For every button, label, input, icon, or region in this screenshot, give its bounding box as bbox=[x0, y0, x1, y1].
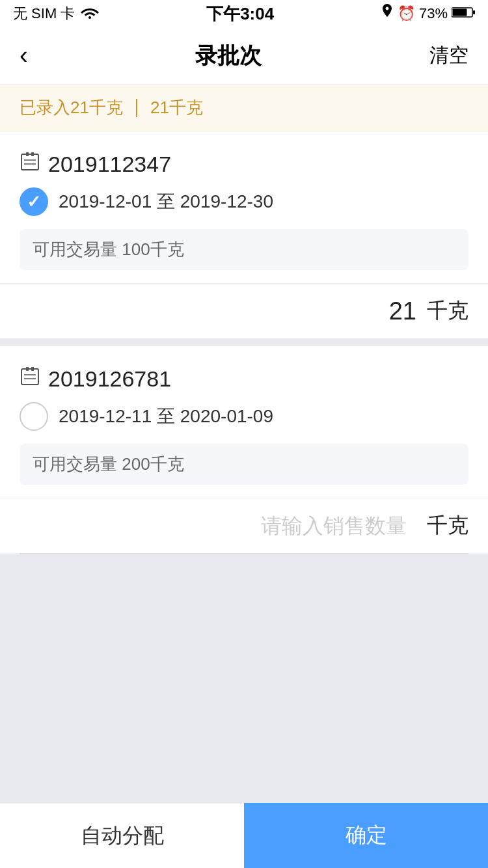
clear-button[interactable]: 清空 bbox=[429, 42, 468, 69]
svg-rect-1 bbox=[453, 9, 467, 16]
recorded-value: 21千克 bbox=[150, 96, 203, 119]
batch1-icon bbox=[20, 151, 40, 177]
confirm-button[interactable]: 确定 bbox=[244, 803, 488, 868]
batch1-quantity-unit: 千克 bbox=[427, 297, 468, 325]
batch-card-2: 2019126781 2019-12-11 至 2020-01-09 可用交易量… bbox=[0, 346, 488, 498]
batch1-date: 2019-12-01 至 2019-12-30 bbox=[59, 189, 273, 214]
batch-card-1: 2019112347 2019-12-01 至 2019-12-30 可用交易量… bbox=[0, 131, 488, 283]
status-left: 无 SIM 卡 bbox=[13, 4, 100, 23]
bottom-bar: 自动分配 确定 bbox=[0, 803, 488, 868]
batch2-header: 2019126781 bbox=[20, 366, 468, 392]
battery-text: 73% bbox=[419, 5, 448, 22]
batch1-id: 2019112347 bbox=[48, 152, 171, 177]
svg-rect-9 bbox=[26, 367, 29, 371]
batch1-quantity-value: 21 bbox=[377, 297, 416, 325]
status-bar: 无 SIM 卡 下午3:04 ⏰ 73% bbox=[0, 0, 488, 27]
batch2-input-unit: 千克 bbox=[427, 511, 468, 540]
nav-bar: ‹ 录批次 清空 bbox=[0, 27, 488, 85]
auto-distribute-button[interactable]: 自动分配 bbox=[0, 803, 244, 868]
battery-icon bbox=[452, 5, 475, 22]
signal-text: 无 SIM 卡 bbox=[13, 4, 75, 23]
svg-rect-8 bbox=[21, 369, 38, 385]
page-title: 录批次 bbox=[195, 41, 262, 71]
svg-rect-10 bbox=[31, 367, 34, 371]
info-bar: 已录入21千克 21千克 bbox=[0, 85, 488, 131]
batch1-radio[interactable] bbox=[20, 187, 48, 216]
batch2-input-row: 千克 bbox=[0, 498, 488, 553]
svg-rect-2 bbox=[473, 10, 475, 14]
wifi-icon bbox=[80, 5, 100, 23]
batch2-radio[interactable] bbox=[20, 402, 48, 431]
location-icon bbox=[381, 4, 394, 23]
svg-rect-4 bbox=[26, 152, 29, 156]
gray-spacer bbox=[0, 554, 488, 815]
batch2-date-row[interactable]: 2019-12-11 至 2020-01-09 bbox=[20, 402, 468, 431]
batch2-icon bbox=[20, 366, 40, 392]
content-area: 已录入21千克 21千克 2019112347 2019-12-01 至 201… bbox=[0, 85, 488, 815]
sales-quantity-input[interactable] bbox=[221, 514, 416, 538]
status-right: ⏰ 73% bbox=[381, 4, 475, 23]
alarm-icon: ⏰ bbox=[398, 5, 415, 22]
batch1-header: 2019112347 bbox=[20, 151, 468, 177]
svg-rect-3 bbox=[21, 154, 38, 170]
svg-rect-5 bbox=[31, 152, 34, 156]
batch2-id: 2019126781 bbox=[48, 366, 171, 392]
info-divider bbox=[136, 99, 137, 117]
status-time: 下午3:04 bbox=[206, 3, 274, 25]
batch1-availability: 可用交易量 100千克 bbox=[20, 229, 468, 270]
batch2-availability: 可用交易量 200千克 bbox=[20, 444, 468, 485]
batch1-date-row[interactable]: 2019-12-01 至 2019-12-30 bbox=[20, 187, 468, 216]
batch2-date: 2019-12-11 至 2020-01-09 bbox=[59, 404, 273, 429]
recorded-label: 已录入21千克 bbox=[20, 96, 123, 119]
batch1-quantity-row: 21 千克 bbox=[0, 283, 488, 338]
section-separator bbox=[0, 338, 488, 346]
back-button[interactable]: ‹ bbox=[20, 42, 28, 70]
